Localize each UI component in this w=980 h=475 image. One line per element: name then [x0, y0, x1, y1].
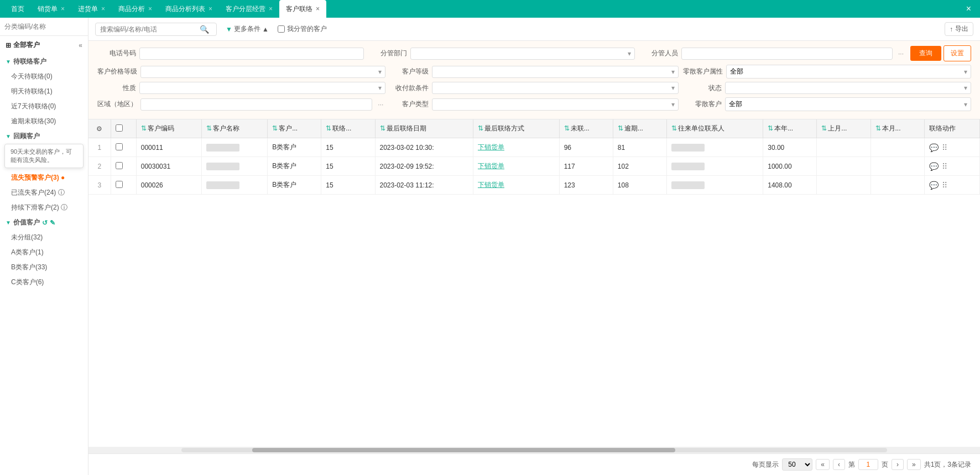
horizontal-scrollbar[interactable]	[88, 447, 980, 453]
td-name	[202, 176, 268, 195]
tab-customer-tier[interactable]: 客户分层经营 ×	[219, 0, 279, 18]
sidebar-section-pending[interactable]: ▼ 待联络客户	[0, 54, 88, 69]
td-last-method-link[interactable]: 下销货单	[478, 162, 504, 170]
row-checkbox[interactable]	[116, 143, 123, 150]
close-tab-analysis[interactable]: ×	[148, 5, 152, 13]
tab-analysis-list[interactable]: 商品分析列表 ×	[159, 0, 219, 18]
sidebar-item-class-c[interactable]: C类客户(6)	[0, 275, 88, 290]
filter-customer-type: 客户类型 ▾	[390, 98, 678, 111]
sidebar-item-today[interactable]: 今天待联络(0)	[0, 69, 88, 84]
search-input[interactable]	[100, 25, 200, 33]
filter-nature-select[interactable]: ▾	[139, 82, 385, 94]
my-customer-checkbox[interactable]	[278, 25, 285, 33]
edit-icon-value[interactable]: ✎	[50, 219, 55, 227]
filter-payment-select[interactable]: ▾	[432, 82, 678, 94]
action-menu-icon[interactable]: ⠿	[942, 181, 947, 190]
filter-dept: 分管部门 ▾	[368, 48, 635, 60]
more-dots-person[interactable]: ···	[896, 50, 906, 58]
my-customer-checkbox-wrap[interactable]: 我分管的客户	[278, 24, 327, 34]
filter-customer-level-select[interactable]: ▾	[432, 66, 678, 78]
refresh-icon-value[interactable]: ↺	[42, 219, 48, 227]
filter-zero-attr-select[interactable]: 全部 ▾	[726, 65, 971, 79]
sidebar-item-churn-warning[interactable]: 流失预警客户(3) ●	[0, 170, 88, 185]
settings-button[interactable]: 设置	[943, 45, 971, 61]
sidebar: 🔍 ⊞ 全部客户 « ▼ 待联络客户 今天待联络(0) 明天待联络(1) 近7天…	[0, 18, 88, 475]
action-menu-icon[interactable]: ⠿	[942, 162, 947, 171]
tab-purchase[interactable]: 进货单 ×	[71, 0, 112, 18]
gear-icon[interactable]: ⚙	[96, 125, 102, 133]
filter-phone: 电话号码	[97, 48, 364, 60]
row-checkbox[interactable]	[116, 162, 123, 169]
tab-sales[interactable]: 销货单 ×	[31, 0, 71, 18]
query-button[interactable]: 查询	[910, 46, 941, 61]
filter-zero-customer-select[interactable]: 全部 ▾	[725, 97, 971, 111]
sidebar-item-7days[interactable]: 近7天待联络(0)	[0, 99, 88, 114]
filter-status-select[interactable]: ▾	[725, 82, 971, 94]
td-contact-person-blur	[671, 144, 705, 152]
page-size-select[interactable]: 50 100	[782, 458, 812, 471]
close-tab-sales[interactable]: ×	[61, 5, 65, 13]
tab-analysis[interactable]: 商品分析 ×	[112, 0, 159, 18]
filter-customer-type-select[interactable]: ▾	[432, 98, 678, 111]
filter-dept-select[interactable]: ▾	[410, 48, 635, 60]
td-actions: 💬 ⠿	[924, 138, 979, 157]
td-last-method-link[interactable]: 下销货单	[478, 181, 504, 189]
page-number-input[interactable]	[858, 459, 878, 470]
td-checkbox	[111, 138, 136, 157]
action-menu-icon[interactable]: ⠿	[942, 143, 947, 152]
close-tab-customer-contact[interactable]: ×	[316, 5, 320, 13]
td-this-month	[870, 138, 924, 157]
sidebar-section-value[interactable]: ▼ 价值客户 ↺ ✎	[0, 215, 88, 230]
sidebar-item-class-b[interactable]: B类客户(33)	[0, 260, 88, 275]
sort-icon-name: ⇅	[206, 124, 212, 132]
sidebar-all-customers[interactable]: ⊞ 全部客户 «	[0, 36, 88, 54]
prev-page-btn[interactable]: ‹	[833, 459, 845, 470]
action-chat-icon[interactable]: 💬	[929, 143, 939, 152]
select-all-checkbox[interactable]	[116, 124, 123, 132]
table-header-row: ⚙ ⇅客户编码 ⇅客户名称 ⇅客户... ⇅联络... ⇅最后联络日期 ⇅最后联…	[88, 119, 980, 138]
close-window-button[interactable]: ×	[962, 4, 976, 14]
next-page-btn[interactable]: ›	[892, 459, 904, 470]
th-type: ⇅客户...	[268, 119, 321, 138]
sidebar-item-declining[interactable]: 持续下滑客户(2) ⓘ	[0, 200, 88, 215]
row-checkbox[interactable]	[116, 181, 123, 188]
sort-icon-last-month: ⇅	[821, 124, 827, 132]
search-submit-icon[interactable]: 🔍	[200, 25, 209, 34]
sidebar-item-class-a[interactable]: A类客户(1)	[0, 245, 88, 260]
action-chat-icon[interactable]: 💬	[929, 181, 939, 190]
tab-customer-contact[interactable]: 客户联络 ×	[279, 0, 326, 18]
td-contact: 15	[321, 176, 375, 195]
filter-price-level-select[interactable]: ▾	[140, 66, 385, 78]
close-tab-analysis-list[interactable]: ×	[208, 5, 212, 13]
first-page-btn[interactable]: «	[816, 459, 830, 470]
td-this-month	[870, 157, 924, 176]
close-tab-purchase[interactable]: ×	[101, 5, 105, 13]
sidebar-section-review[interactable]: ▼ 回顾客户	[0, 129, 88, 144]
filter-actions: 查询 设置	[910, 45, 971, 61]
filter-person-input[interactable]	[681, 48, 893, 60]
export-button[interactable]: ↑ 导出	[945, 22, 973, 36]
scrollbar-track[interactable]	[181, 448, 887, 452]
more-conditions-btn[interactable]: ▼ 更多条件 ▲	[221, 23, 273, 35]
tab-home[interactable]: 首页	[4, 0, 31, 18]
sidebar-search-wrap: 🔍	[0, 18, 88, 36]
sort-icon-overdue: ⇅	[618, 124, 623, 132]
sidebar-item-tomorrow[interactable]: 明天待联络(1)	[0, 84, 88, 99]
td-index: 2	[88, 157, 111, 176]
td-last-method-link[interactable]: 下销货单	[478, 143, 504, 151]
td-this-month	[870, 176, 924, 195]
more-dots-area[interactable]: ···	[376, 101, 385, 108]
filter-phone-input[interactable]	[139, 48, 364, 60]
sidebar-item-churned[interactable]: 已流失客户(24) ⓘ	[0, 185, 88, 200]
filter-area-input[interactable]	[140, 98, 372, 111]
td-this-year: 1408.00	[763, 176, 817, 195]
sidebar-search-input[interactable]	[4, 23, 87, 30]
triangle-icon-value: ▼	[6, 220, 11, 226]
close-tab-customer-tier[interactable]: ×	[269, 5, 273, 13]
action-chat-icon[interactable]: 💬	[929, 162, 939, 171]
last-page-btn[interactable]: »	[907, 459, 921, 470]
td-last-date: 2023-02-09 19:52:	[375, 157, 473, 176]
sidebar-item-overdue[interactable]: 逾期未联络(30)	[0, 114, 88, 129]
scrollbar-thumb[interactable]	[252, 448, 676, 452]
sidebar-item-unclassified[interactable]: 未分组(32)	[0, 230, 88, 245]
